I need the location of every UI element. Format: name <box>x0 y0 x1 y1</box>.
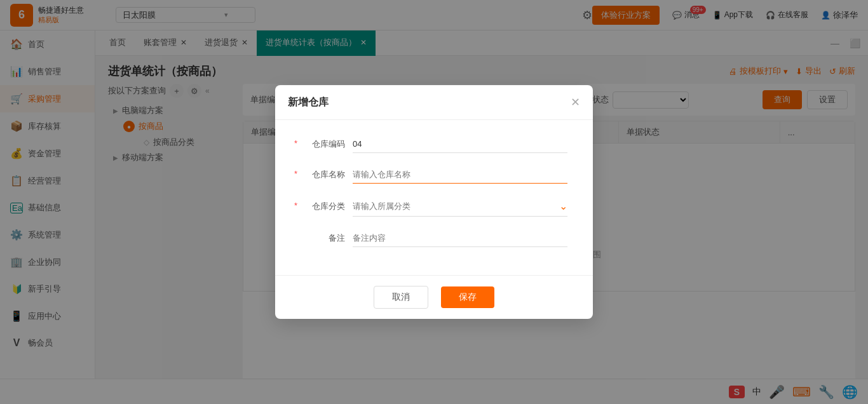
cancel-btn[interactable]: 取消 <box>374 286 428 309</box>
form-row-name: 仓库名称 <box>301 166 567 184</box>
category-select-wrap[interactable]: ⌄ <box>353 196 567 217</box>
category-input[interactable] <box>353 201 559 211</box>
code-label: 仓库编码 <box>301 138 345 150</box>
category-label: 仓库分类 <box>301 201 345 212</box>
modal-new-warehouse: 新增仓库 ✕ 仓库编码 仓库名称 仓库分类 ⌄ <box>275 85 593 319</box>
code-input[interactable] <box>353 135 567 153</box>
modal-close-btn[interactable]: ✕ <box>571 95 580 109</box>
modal-footer: 取消 保存 <box>275 275 593 319</box>
modal-header: 新增仓库 ✕ <box>275 85 593 120</box>
name-input[interactable] <box>353 166 567 184</box>
category-dropdown-icon[interactable]: ⌄ <box>559 200 567 212</box>
form-row-code: 仓库编码 <box>301 135 567 153</box>
form-row-category: 仓库分类 ⌄ <box>301 196 567 217</box>
modal-title: 新增仓库 <box>288 96 329 109</box>
modal-body: 仓库编码 仓库名称 仓库分类 ⌄ 备注 <box>275 120 593 275</box>
modal-overlay[interactable]: 新增仓库 ✕ 仓库编码 仓库名称 仓库分类 ⌄ <box>0 0 868 404</box>
remark-input[interactable] <box>353 229 567 247</box>
remark-label: 备注 <box>301 232 345 244</box>
name-label: 仓库名称 <box>301 169 345 180</box>
save-btn[interactable]: 保存 <box>441 286 494 308</box>
form-row-remark: 备注 <box>301 229 567 247</box>
